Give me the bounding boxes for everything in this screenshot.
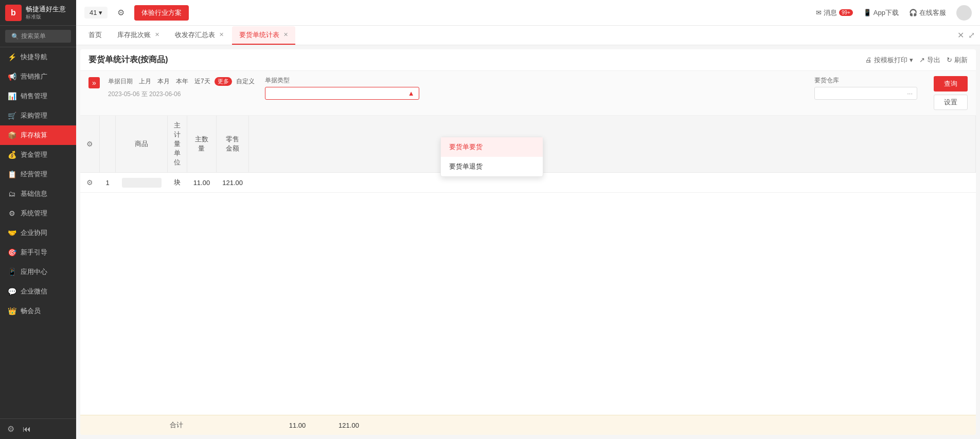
tab-close-icon[interactable]: ✕ [155,31,159,38]
sidebar-item-企业协同[interactable]: 🤝企业协同 [0,223,76,243]
row-product [116,173,168,193]
date-range-display: 2023-05-06 至 2023-06-06 [108,90,257,99]
row-amount: 121.00 [216,173,249,193]
col-unit: 主计量单位 [168,116,187,173]
user-avatar[interactable] [956,5,972,21]
type-filter-group: 单据类型 ▲ [265,76,419,100]
print-icon: 🖨 [865,56,872,64]
sidebar-item-系统管理[interactable]: ⚙系统管理 [0,204,76,223]
sidebar-item-基础信息[interactable]: 🗂基础信息 [0,184,76,204]
total-label: 合计 [117,420,220,430]
sidebar-item-应用中心[interactable]: 📱应用中心 [0,262,76,282]
app-download-item[interactable]: 📱 App下载 [863,8,899,17]
app-download-icon: 📱 [863,9,871,16]
settings-small-button[interactable]: 设置 [934,95,968,110]
expand-icon[interactable]: ⤢ [968,30,975,40]
filter-actions: 查询 设置 [934,76,968,110]
nav-icon: 🗂 [7,189,16,198]
sidebar-item-销售管理[interactable]: 📊销售管理 [0,86,76,106]
sidebar-bottom: ⚙ ⏮ [0,418,76,439]
tab-1[interactable]: 库存批次账✕ [110,26,167,45]
top-header: 41 ▾ ⚙ 体验行业方案 ✉ 消息 99+ 📱 App下载 🎧 在线客服 [76,0,980,26]
trial-button[interactable]: 体验行业方案 [134,5,189,21]
query-button[interactable]: 查询 [934,76,968,92]
logo-icon: b [5,5,22,21]
refresh-action[interactable]: ↻ 刷新 [947,56,968,65]
tabs-bar: 首页库存批次账✕收发存汇总表✕要货单统计表✕ ✕ ⤢ [76,26,980,45]
content-area: 要货单统计表(按商品) 🖨 按模板打印 ▾ ↗ 导出 ↻ 刷新 [76,45,980,439]
sidebar-item-新手引导[interactable]: 🎯新手引导 [0,243,76,262]
store-chevron-icon: ▾ [99,9,102,16]
settings-bottom-icon[interactable]: ⚙ [7,424,14,434]
col-quantity: 主数量 [187,116,217,173]
sidebar-item-营销推广[interactable]: 📢营销推广 [0,67,76,86]
nav-icon: 📋 [7,170,16,179]
filter-toggle-btn[interactable]: » [88,77,100,88]
col-extra [249,116,976,173]
warehouse-more-icon: ··· [907,89,913,97]
total-quantity: 11.00 [272,422,323,429]
service-icon: 🎧 [909,9,917,16]
date-up-btn[interactable]: 上月 [137,76,153,87]
nav-icon: 📢 [7,72,16,81]
date-more-btn[interactable]: 更多 [215,77,232,86]
message-icon: ✉ [816,9,822,16]
header-right: ✉ 消息 99+ 📱 App下载 🎧 在线客服 [816,5,972,21]
online-service-item[interactable]: 🎧 在线客服 [909,8,946,17]
row-settings[interactable]: ⚙ [80,173,100,193]
print-action[interactable]: 🖨 按模板打印 ▾ [865,56,913,65]
warehouse-select-value [819,89,821,97]
refresh-icon: ↻ [947,56,952,64]
warehouse-filter-select[interactable]: ··· [814,87,917,100]
nav-icon: 💰 [7,150,16,159]
dropdown-item-0[interactable]: 要货单要货 [441,137,543,157]
store-selector[interactable]: 41 ▾ [84,7,108,19]
col-product: 商品 [116,116,168,173]
search-icon: 🔍 [11,33,19,40]
sidebar: b 畅捷通好生意 标准版 🔍 搜索菜单 ⚡快捷导航📢营销推广📊销售管理🛒采购管理… [0,0,76,439]
sidebar-item-采购管理[interactable]: 🛒采购管理 [0,106,76,125]
col-amount: 零售金额 [216,116,249,173]
type-dropdown: 要货单要货要货单退货 [440,137,543,177]
main-content: 41 ▾ ⚙ 体验行业方案 ✉ 消息 99+ 📱 App下载 🎧 在线客服 [76,0,980,439]
tab-close-icon[interactable]: ✕ [219,31,224,38]
tab-3[interactable]: 要货单统计表✕ [232,26,295,45]
sidebar-nav: ⚡快捷导航📢营销推广📊销售管理🛒采购管理📦库存核算💰资金管理📋经营管理🗂基础信息… [0,47,76,418]
row-quantity: 11.00 [187,173,217,193]
export-icon: ↗ [919,56,925,64]
date-custom-btn[interactable]: 自定义 [234,76,257,87]
warehouse-filter-label: 要货仓库 [814,76,917,85]
tab-0[interactable]: 首页 [81,26,109,45]
collapse-icon[interactable]: ⏮ [23,425,31,434]
date-7days-btn[interactable]: 近7天 [192,76,212,87]
nav-icon: 📊 [7,92,16,101]
date-year-btn[interactable]: 本年 [174,76,190,87]
date-filter-label: 单据日期 上月 本月 本年 近7天 更多 自定义 [108,76,257,87]
close-all-icon[interactable]: ✕ [957,30,964,40]
tab-close-icon[interactable]: ✕ [283,31,288,38]
sidebar-item-经营管理[interactable]: 📋经营管理 [0,164,76,184]
sidebar-search[interactable]: 🔍 搜索菜单 [0,26,76,47]
tab-2[interactable]: 收发存汇总表✕ [168,26,231,45]
row-unit: 块 [168,173,187,193]
sidebar-item-企业微信[interactable]: 💬企业微信 [0,282,76,301]
sidebar-item-畅会员[interactable]: 👑畅会员 [0,301,76,321]
nav-icon: 🤝 [7,228,16,237]
type-filter-select[interactable]: ▲ [265,87,419,100]
sidebar-item-快捷导航[interactable]: ⚡快捷导航 [0,47,76,67]
messages-item[interactable]: ✉ 消息 99+ [816,8,853,17]
dropdown-item-1[interactable]: 要货单退货 [441,157,543,176]
app-logo: b 畅捷通好生意 标准版 [0,0,76,26]
tab-expand: ✕ ⤢ [957,30,975,40]
date-month-btn[interactable]: 本月 [155,76,172,87]
nav-icon: ⚙ [7,209,16,218]
header-left: 41 ▾ ⚙ 体验行业方案 [84,5,189,21]
export-action[interactable]: ↗ 导出 [919,56,940,65]
date-filter-group: 单据日期 上月 本月 本年 近7天 更多 自定义 2023-05-06 至 20… [108,76,257,99]
header-settings-icon[interactable]: ⚙ [114,6,128,20]
logo-text: 畅捷通好生意 标准版 [26,5,66,21]
sidebar-item-库存核算[interactable]: 📦库存核算 [0,125,76,145]
sidebar-item-资金管理[interactable]: 💰资金管理 [0,145,76,164]
nav-icon: 📱 [7,267,16,277]
col-settings[interactable]: ⚙ [80,116,100,173]
